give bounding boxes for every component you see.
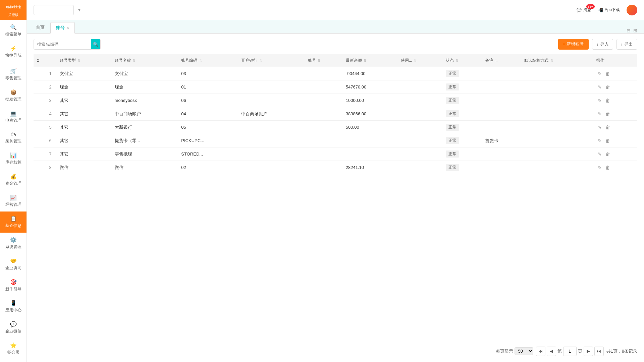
cell-account-code: STORED... [178, 147, 238, 161]
content-area: 🔍 + 新增账号 ↓ 导入 ↑ 导出 ⚙ [27, 34, 644, 362]
col-usage[interactable]: 使用... ⇅ [398, 54, 443, 67]
sidebar-item-enterprise-wx[interactable]: 💬 企业微信 [0, 317, 26, 338]
sidebar-item-purchase[interactable]: 🛍 采购管理 [0, 127, 26, 148]
delete-button[interactable]: 🗑 [604, 84, 611, 90]
cell-no: 8 [44, 161, 57, 174]
cell-account-code: 02 [178, 161, 238, 174]
table-row: 3 其它 moneybosx 06 10000.00 正常 ✎ 🗑 [34, 94, 637, 107]
col-account-code[interactable]: 账号编码 ⇅ [178, 54, 238, 67]
top-search-input[interactable] [34, 5, 74, 15]
cell-default-settlement [522, 80, 593, 94]
search-submit-button[interactable]: 🔍 [91, 39, 100, 50]
sidebar-item-label: 库存核算 [5, 160, 21, 165]
edit-button[interactable]: ✎ [596, 70, 603, 77]
sidebar-item-system[interactable]: ⚙️ 系统管理 [0, 233, 26, 254]
delete-button[interactable]: 🗑 [604, 137, 611, 144]
per-page-dropdown[interactable]: 50 100 [515, 347, 533, 355]
search-input[interactable] [34, 42, 91, 47]
sidebar-item-vip[interactable]: ⭐ 畅会员 [0, 338, 26, 359]
edit-button[interactable]: ✎ [596, 124, 603, 131]
col-latest-balance[interactable]: 最新余额 ⇅ [343, 54, 398, 67]
dropdown-arrow-icon[interactable]: ▼ [77, 7, 82, 12]
cell-bank: 中百商场账户 [238, 107, 305, 121]
sidebar-item-app-center[interactable]: 📱 应用中心 [0, 296, 26, 317]
sidebar-item-retail[interactable]: 🛒 零售管理 [0, 64, 26, 85]
delete-button[interactable]: 🗑 [604, 164, 611, 171]
user-avatar[interactable] [627, 5, 637, 15]
sidebar-item-inventory[interactable]: 📊 库存核算 [0, 148, 26, 169]
cell-account-type: 现金 [57, 80, 112, 94]
delete-button[interactable]: 🗑 [604, 111, 611, 117]
sidebar-item-agreement[interactable]: 🤝 企业协同 [0, 254, 26, 275]
edit-button[interactable]: ✎ [596, 151, 603, 158]
sidebar-item-finance[interactable]: 💰 资金管理 [0, 169, 26, 190]
search-wrap: 🔍 [34, 39, 101, 50]
tab-minimize-icon[interactable]: ⊟ [627, 28, 631, 33]
table-wrap: ⚙ 账号类型 ⇅ 账号名称 ⇅ 账号编码 ⇅ 开户银行 ⇅ 账号 ⇅ 最新余额 … [34, 54, 637, 342]
tab-account-close[interactable]: × [67, 25, 69, 30]
col-status[interactable]: 状态 ⇅ [443, 54, 483, 67]
sidebar-item-quick-nav[interactable]: ⚡ 快捷导航 [0, 41, 26, 62]
main-area: ▼ 💬 消息 99+ 📲 App下载 首页 账号 × ⊟ ⊞ [27, 0, 644, 362]
first-page-button[interactable]: ⏮ [536, 347, 545, 356]
cell-account-name: 零售抵现 [112, 147, 179, 161]
add-account-button[interactable]: + 新增账号 [558, 39, 589, 50]
topbar-right: 💬 消息 99+ 📲 App下载 [577, 5, 637, 15]
col-remark[interactable]: 备注 ⇅ [483, 54, 522, 67]
cell-account-type: 其它 [57, 94, 112, 107]
cell-action: ✎ 🗑 [594, 121, 637, 134]
cell-account-no [305, 80, 343, 94]
app-download-button[interactable]: 📲 App下载 [598, 7, 620, 13]
table-row: 2 现金 现金 01 547670.00 正常 ✎ 🗑 [34, 80, 637, 94]
tab-account[interactable]: 账号 × [50, 22, 75, 34]
sidebar-item-ecommerce[interactable]: 💻 电商管理 [0, 106, 26, 127]
import-button[interactable]: ↓ 导入 [592, 39, 613, 50]
cell-account-name: 提货卡（零... [112, 134, 179, 147]
message-button[interactable]: 💬 消息 99+ [577, 7, 591, 13]
table-row: 8 微信 微信 02 28241.10 正常 ✎ 🗑 [34, 161, 637, 174]
last-page-button[interactable]: ⏭ [594, 347, 604, 356]
edit-button[interactable]: ✎ [596, 164, 603, 171]
next-page-button[interactable]: ▶ [584, 347, 593, 356]
delete-button[interactable]: 🗑 [604, 124, 611, 131]
app-logo: 精准时生意 乐橙版 [0, 0, 26, 20]
col-settings[interactable]: ⚙ [34, 54, 44, 67]
sidebar-item-label: 企业微信 [5, 328, 21, 334]
delete-button[interactable]: 🗑 [604, 70, 611, 77]
edit-button[interactable]: ✎ [596, 111, 603, 117]
tab-home[interactable]: 首页 [30, 22, 50, 33]
export-button[interactable]: ↑ 导出 [616, 39, 638, 50]
message-icon: 💬 [577, 8, 582, 12]
col-account-type[interactable]: 账号类型 ⇅ [57, 54, 112, 67]
edit-button[interactable]: ✎ [596, 84, 603, 90]
tabbar: 首页 账号 × ⊟ ⊞ [27, 20, 644, 34]
delete-button[interactable]: 🗑 [604, 97, 611, 104]
page-nav: ⏮ ◀ 第 页 ▶ ⏭ [536, 347, 604, 356]
cell-action: ✎ 🗑 [594, 94, 637, 107]
tab-maximize-icon[interactable]: ⊞ [633, 28, 637, 33]
edit-button[interactable]: ✎ [596, 97, 603, 104]
cell-action: ✎ 🗑 [594, 147, 637, 161]
sidebar-item-operation[interactable]: 📈 经营管理 [0, 190, 26, 212]
col-account-name[interactable]: 账号名称 ⇅ [112, 54, 179, 67]
pagination: 每页显示 50 100 ⏮ ◀ 第 页 ▶ ⏭ 共1页，8条记录 [34, 342, 637, 357]
cell-account-name: 现金 [112, 80, 179, 94]
sidebar-item-label: 企业协同 [5, 265, 21, 271]
sidebar-item-guide[interactable]: 🎯 新手引导 [0, 275, 26, 296]
cell-account-name: 支付宝 [112, 67, 179, 80]
col-bank[interactable]: 开户银行 ⇅ [238, 54, 305, 67]
sidebar-item-basic-info[interactable]: 📋 基础信息 [0, 212, 26, 233]
col-account-no[interactable]: 账号 ⇅ [305, 54, 343, 67]
delete-button[interactable]: 🗑 [604, 151, 611, 158]
table-header-row: ⚙ 账号类型 ⇅ 账号名称 ⇅ 账号编码 ⇅ 开户银行 ⇅ 账号 ⇅ 最新余额 … [34, 54, 637, 67]
cell-usage [398, 147, 443, 161]
edit-button[interactable]: ✎ [596, 137, 603, 144]
prev-page-button[interactable]: ◀ [547, 347, 556, 356]
guide-icon: 🎯 [10, 279, 17, 285]
sidebar-item-search-menu[interactable]: 🔍 搜索菜单 [0, 20, 26, 41]
page-input[interactable] [563, 347, 577, 356]
sidebar-item-wholesale[interactable]: 📦 批发管理 [0, 85, 26, 106]
per-page-label: 每页显示 [496, 348, 513, 354]
col-default-settlement[interactable]: 默认结算方式 ⇅ [522, 54, 593, 67]
cell-action: ✎ 🗑 [594, 161, 637, 174]
